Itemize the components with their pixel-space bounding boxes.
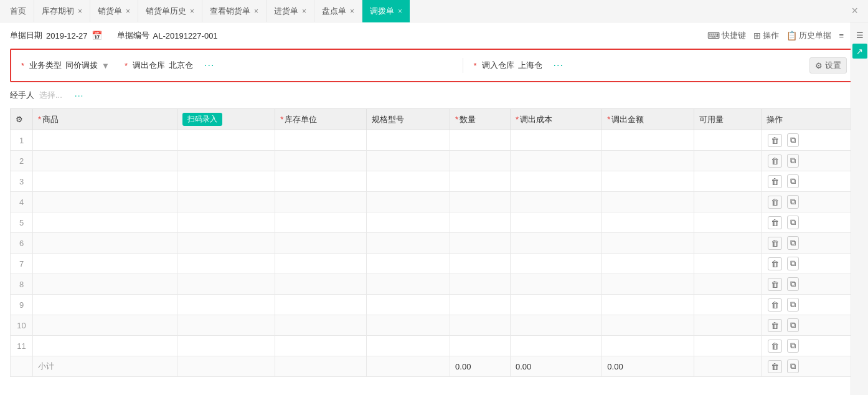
cell-cost-1[interactable]: [511, 130, 602, 151]
cell-cost-8[interactable]: [511, 274, 602, 295]
close-inventory-check[interactable]: ×: [350, 7, 354, 16]
cell-cost-5[interactable]: [511, 212, 602, 233]
close-view-sales[interactable]: ×: [254, 7, 258, 16]
cell-cost-11[interactable]: [511, 336, 602, 356]
cell-unit-1[interactable]: [275, 130, 367, 151]
shortcut-action[interactable]: ⌨ 快捷键: [707, 30, 746, 41]
tab-view-sales[interactable]: 查看销货单 ×: [202, 0, 267, 22]
cell-cost-7[interactable]: [511, 254, 602, 274]
cell-product-5[interactable]: [33, 212, 177, 233]
close-sales-order[interactable]: ×: [126, 7, 130, 16]
cell-amount-4[interactable]: [602, 192, 694, 212]
close-purchase-order[interactable]: ×: [302, 7, 306, 16]
cell-amount-1[interactable]: [602, 130, 694, 151]
business-type-value[interactable]: 同价调拨: [65, 60, 98, 71]
cell-qty-7[interactable]: [450, 254, 511, 274]
cell-spec-11[interactable]: [367, 336, 450, 356]
delete-btn-10[interactable]: 🗑: [768, 319, 782, 332]
cell-product-1[interactable]: [33, 130, 177, 151]
tab-purchase-order[interactable]: 进货单 ×: [267, 0, 314, 22]
cell-amount-2[interactable]: [602, 151, 694, 171]
cell-cost-10[interactable]: [511, 315, 602, 336]
delete-btn-5[interactable]: 🗑: [768, 216, 782, 229]
cell-qty-11[interactable]: [450, 336, 511, 356]
tab-transfer-order[interactable]: 调拨单 ×: [362, 0, 410, 22]
cell-product-7[interactable]: [33, 254, 177, 274]
copy-btn-1[interactable]: ⧉: [787, 133, 799, 147]
cell-unit-6[interactable]: [275, 233, 367, 254]
cell-cost-2[interactable]: [511, 151, 602, 171]
history-action[interactable]: 📋 历史单据: [786, 30, 831, 41]
copy-btn-7[interactable]: ⧉: [787, 257, 799, 270]
cell-cost-3[interactable]: [511, 171, 602, 192]
cell-product-2[interactable]: [33, 151, 177, 171]
cell-spec-10[interactable]: [367, 315, 450, 336]
cell-qty-3[interactable]: [450, 171, 511, 192]
cell-product-6[interactable]: [33, 233, 177, 254]
delete-btn-3[interactable]: 🗑: [768, 175, 782, 188]
sidebar-export-btn[interactable]: ↗: [852, 44, 867, 59]
cell-amount-3[interactable]: [602, 171, 694, 192]
cell-cost-4[interactable]: [511, 192, 602, 212]
cell-product-10[interactable]: [33, 315, 177, 336]
cell-spec-9[interactable]: [367, 295, 450, 315]
cell-amount-8[interactable]: [602, 274, 694, 295]
cell-product-8[interactable]: [33, 274, 177, 295]
cell-amount-9[interactable]: [602, 295, 694, 315]
copy-btn-2[interactable]: ⧉: [787, 154, 799, 168]
copy-btn-8[interactable]: ⧉: [787, 277, 799, 291]
close-inventory-init[interactable]: ×: [78, 7, 82, 16]
cell-unit-8[interactable]: [275, 274, 367, 295]
copy-btn-10[interactable]: ⧉: [787, 318, 799, 332]
delete-btn-9[interactable]: 🗑: [768, 298, 782, 312]
cell-qty-6[interactable]: [450, 233, 511, 254]
cell-amount-6[interactable]: [602, 233, 694, 254]
cell-product-11[interactable]: [33, 336, 177, 356]
business-type-dropdown-icon[interactable]: ▼: [101, 61, 110, 70]
delete-btn-7[interactable]: 🗑: [768, 257, 782, 270]
cell-spec-8[interactable]: [367, 274, 450, 295]
th-settings[interactable]: ⚙: [11, 109, 33, 130]
subtotal-copy-btn[interactable]: ⧉: [787, 359, 799, 373]
tab-sales-order[interactable]: 销货单 ×: [90, 0, 138, 22]
delete-btn-11[interactable]: 🗑: [768, 340, 782, 353]
close-all-tabs[interactable]: ×: [844, 4, 866, 17]
cell-amount-11[interactable]: [602, 336, 694, 356]
sidebar-list-btn[interactable]: ☰: [852, 27, 867, 42]
cell-spec-5[interactable]: [367, 212, 450, 233]
cell-cost-6[interactable]: [511, 233, 602, 254]
delete-btn-2[interactable]: 🗑: [768, 155, 782, 168]
delete-btn-8[interactable]: 🗑: [768, 278, 782, 291]
settings-button[interactable]: ⚙ 设置: [809, 57, 847, 74]
copy-btn-5[interactable]: ⧉: [787, 216, 799, 229]
view-toggle-list[interactable]: ≡: [839, 31, 844, 40]
cell-spec-6[interactable]: [367, 233, 450, 254]
cell-qty-2[interactable]: [450, 151, 511, 171]
copy-btn-6[interactable]: ⧉: [787, 236, 799, 250]
cell-spec-7[interactable]: [367, 254, 450, 274]
cell-amount-10[interactable]: [602, 315, 694, 336]
tab-sales-history[interactable]: 销货单历史 ×: [138, 0, 202, 22]
delete-btn-6[interactable]: 🗑: [768, 237, 782, 250]
copy-btn-11[interactable]: ⧉: [787, 339, 799, 353]
tab-inventory-init[interactable]: 库存期初 ×: [34, 0, 90, 22]
operate-action[interactable]: ⊞ 操作: [753, 30, 779, 41]
cell-product-4[interactable]: [33, 192, 177, 212]
person-more-btn[interactable]: ···: [75, 90, 84, 100]
cell-amount-7[interactable]: [602, 254, 694, 274]
cell-spec-1[interactable]: [367, 130, 450, 151]
copy-btn-9[interactable]: ⧉: [787, 298, 799, 312]
cell-product-9[interactable]: [33, 295, 177, 315]
cell-qty-5[interactable]: [450, 212, 511, 233]
cell-unit-4[interactable]: [275, 192, 367, 212]
cell-unit-3[interactable]: [275, 171, 367, 192]
copy-btn-4[interactable]: ⧉: [787, 195, 799, 209]
cell-cost-9[interactable]: [511, 295, 602, 315]
cell-unit-7[interactable]: [275, 254, 367, 274]
out-warehouse-more-btn[interactable]: ···: [204, 60, 214, 71]
tab-home[interactable]: 首页: [2, 0, 34, 22]
person-select[interactable]: 选择...: [39, 90, 62, 101]
cell-product-3[interactable]: [33, 171, 177, 192]
copy-btn-3[interactable]: ⧉: [787, 174, 799, 188]
cell-unit-5[interactable]: [275, 212, 367, 233]
